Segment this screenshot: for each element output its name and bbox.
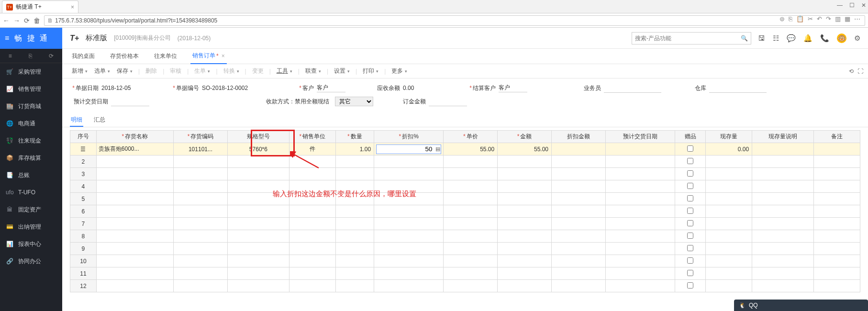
close-window-icon[interactable]: ✕	[861, 2, 866, 9]
empty-cell[interactable]	[814, 168, 860, 180]
mt-more-icon[interactable]: ⋯	[854, 15, 860, 22]
empty-cell[interactable]	[227, 267, 289, 280]
empty-cell[interactable]	[174, 267, 228, 280]
subtab-detail[interactable]: 明细	[70, 114, 83, 127]
empty-cell[interactable]	[227, 205, 289, 218]
empty-cell[interactable]	[706, 156, 752, 168]
expected-date-input[interactable]	[111, 97, 149, 106]
cell-code[interactable]: 101101...	[174, 143, 228, 156]
empty-cell[interactable]	[752, 267, 814, 280]
empty-cell[interactable]	[227, 193, 289, 205]
cell-name[interactable]: 贵族喜炮6000...	[96, 143, 173, 156]
gift-checkbox[interactable]	[687, 233, 693, 239]
cell-gift[interactable]	[675, 180, 705, 193]
table-row-empty[interactable]: 7	[70, 218, 860, 230]
forward-icon[interactable]: →	[13, 17, 20, 24]
empty-cell[interactable]	[444, 205, 498, 218]
mt-grid-icon[interactable]: ▦	[845, 15, 850, 22]
empty-cell[interactable]	[605, 168, 675, 180]
empty-cell[interactable]	[552, 180, 606, 193]
empty-cell[interactable]	[605, 255, 675, 267]
empty-cell[interactable]	[706, 280, 752, 292]
empty-cell[interactable]	[706, 230, 752, 243]
table-row-empty[interactable]: 3	[70, 168, 860, 180]
sidebar-item-8[interactable]: 🏛固定资产	[0, 201, 62, 218]
sidebar-item-3[interactable]: 🌐电商通	[0, 115, 62, 132]
mt-redo-icon[interactable]: ↷	[826, 15, 831, 22]
empty-cell[interactable]	[335, 218, 374, 230]
empty-cell[interactable]	[752, 168, 814, 180]
empty-cell[interactable]	[814, 156, 860, 168]
empty-cell[interactable]	[227, 255, 289, 267]
empty-cell[interactable]	[289, 205, 335, 218]
empty-cell[interactable]	[96, 180, 173, 193]
empty-cell[interactable]	[706, 255, 752, 267]
empty-cell[interactable]	[706, 193, 752, 205]
toolbar-新增[interactable]: 新增	[70, 67, 89, 75]
col-5[interactable]: *数量	[335, 131, 374, 143]
empty-cell[interactable]	[96, 168, 173, 180]
cell-disc-amt[interactable]	[552, 143, 606, 156]
cell-discount[interactable]: ▤	[374, 143, 444, 156]
gift-checkbox[interactable]	[687, 145, 693, 152]
sidebar-item-2[interactable]: 🏬订货商城	[0, 98, 62, 115]
tb-expand-icon[interactable]: ⛶	[857, 68, 863, 75]
empty-cell[interactable]	[605, 267, 675, 280]
table-row[interactable]: ☰贵族喜炮6000...101101...5760*6件1.00▤55.0055…	[70, 143, 860, 156]
avatar-icon[interactable]: 🐵	[837, 33, 846, 43]
gift-checkbox[interactable]	[687, 245, 693, 251]
empty-cell[interactable]	[706, 205, 752, 218]
tb-refresh-icon[interactable]: ⟲	[849, 68, 854, 75]
empty-cell[interactable]	[96, 243, 173, 255]
sidebar-item-1[interactable]: 📈销售管理	[0, 80, 62, 98]
empty-cell[interactable]	[335, 156, 374, 168]
browser-tab[interactable]: T+ 畅捷通 T+ ×	[2, 0, 78, 13]
cell-gift[interactable]	[675, 205, 705, 218]
empty-cell[interactable]	[174, 180, 228, 193]
table-row-empty[interactable]: 11	[70, 267, 860, 280]
cell-amount[interactable]: 55.00	[498, 143, 552, 156]
mt-undo-icon[interactable]: ↶	[817, 15, 822, 22]
empty-cell[interactable]	[752, 218, 814, 230]
empty-cell[interactable]	[335, 267, 374, 280]
empty-cell[interactable]	[498, 218, 552, 230]
empty-cell[interactable]	[552, 255, 606, 267]
settle-customer-value[interactable]: 客户	[499, 84, 527, 92]
col-4[interactable]: *销售单位	[289, 131, 335, 143]
nav-collapse-icon[interactable]: ≡	[9, 53, 12, 59]
empty-cell[interactable]	[374, 205, 444, 218]
empty-cell[interactable]	[444, 230, 498, 243]
empty-cell[interactable]	[706, 243, 752, 255]
toolbar-工具[interactable]: 工具	[275, 67, 294, 75]
empty-cell[interactable]	[96, 193, 173, 205]
cell-qty[interactable]: 1.00	[335, 143, 374, 156]
table-row-empty[interactable]: 2	[70, 156, 860, 168]
empty-cell[interactable]	[174, 156, 228, 168]
empty-cell[interactable]	[374, 255, 444, 267]
tab-3[interactable]: 销售订单*×	[190, 49, 227, 64]
search-input[interactable]	[635, 35, 741, 42]
empty-cell[interactable]	[444, 193, 498, 205]
list-icon[interactable]: ☷	[773, 34, 779, 43]
col-9[interactable]: 折扣金额	[552, 131, 606, 143]
empty-cell[interactable]	[444, 267, 498, 280]
gift-checkbox[interactable]	[687, 220, 693, 226]
url-box[interactable]: 🗎 175.6.7.53:8080/tplus/view/portal/port…	[44, 15, 865, 26]
gift-checkbox[interactable]	[687, 282, 693, 289]
mt-copy-icon[interactable]: ⎘	[789, 15, 792, 22]
deposit-input[interactable]	[429, 97, 467, 106]
mt-col-icon[interactable]: ▥	[835, 15, 841, 22]
empty-cell[interactable]	[814, 230, 860, 243]
gift-checkbox[interactable]	[687, 270, 693, 276]
empty-cell[interactable]	[289, 243, 335, 255]
sidebar-item-4[interactable]: 💱往来现金	[0, 132, 62, 149]
empty-cell[interactable]	[814, 218, 860, 230]
empty-cell[interactable]	[374, 267, 444, 280]
empty-cell[interactable]	[96, 280, 173, 292]
warehouse-input[interactable]	[709, 83, 767, 93]
empty-cell[interactable]	[752, 180, 814, 193]
empty-cell[interactable]	[814, 255, 860, 267]
empty-cell[interactable]	[374, 230, 444, 243]
cell-date[interactable]	[605, 143, 675, 156]
empty-cell[interactable]	[227, 156, 289, 168]
